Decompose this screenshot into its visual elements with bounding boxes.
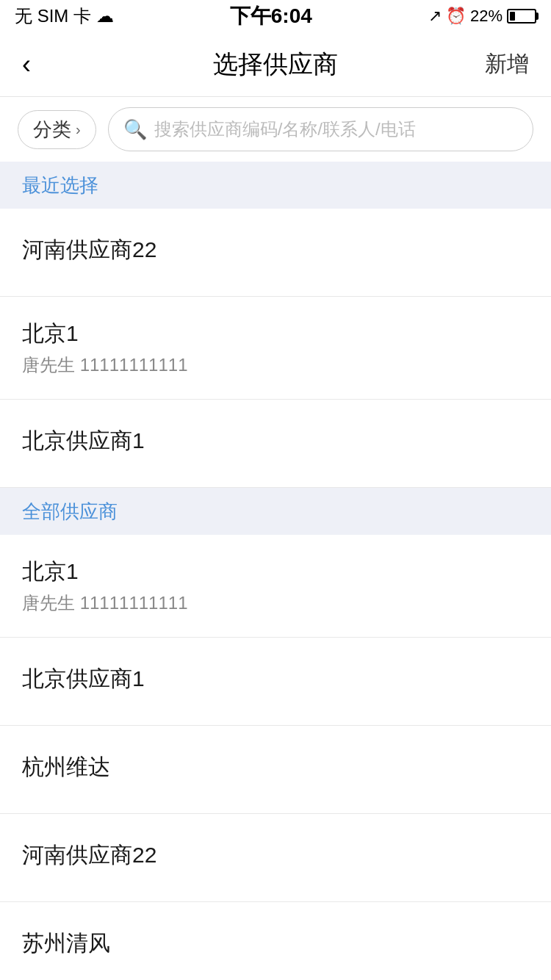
search-placeholder: 搜索供应商编码/名称/联系人/电话 xyxy=(154,118,416,141)
all-item-4[interactable]: 苏州清风 xyxy=(0,902,551,980)
all-item-2-name: 杭州维达 xyxy=(22,752,529,782)
alarm-icon: ⏰ xyxy=(446,7,466,26)
category-button[interactable]: 分类 › xyxy=(18,110,96,149)
page-title: 选择供应商 xyxy=(213,48,338,82)
all-item-0[interactable]: 北京1 唐先生 11111111111 xyxy=(0,535,551,638)
location-icon: ↗ xyxy=(428,7,442,26)
chevron-right-icon: › xyxy=(76,121,81,138)
add-button[interactable]: 新增 xyxy=(485,49,529,79)
battery-percent: 22% xyxy=(470,7,503,26)
filter-bar: 分类 › 🔍 搜索供应商编码/名称/联系人/电话 xyxy=(0,97,551,162)
all-item-1-name: 北京供应商1 xyxy=(22,664,529,694)
all-header-text: 全部供应商 xyxy=(22,499,118,525)
status-right: ↗ ⏰ 22% xyxy=(428,7,536,26)
back-button[interactable]: ‹ xyxy=(22,49,66,80)
all-item-3-name: 河南供应商22 xyxy=(22,840,529,871)
nav-bar: ‹ 选择供应商 新增 xyxy=(0,32,551,97)
recent-header-text: 最近选择 xyxy=(22,173,98,198)
all-section-header: 全部供应商 xyxy=(0,488,551,535)
status-time: 下午6:04 xyxy=(230,2,312,30)
all-item-1[interactable]: 北京供应商1 xyxy=(0,638,551,726)
all-item-3[interactable]: 河南供应商22 xyxy=(0,814,551,902)
sim-signal-text: 无 SIM 卡 ☁ xyxy=(15,4,114,28)
all-item-4-name: 苏州清风 xyxy=(22,929,529,959)
all-item-2[interactable]: 杭州维达 xyxy=(0,726,551,814)
battery-fill xyxy=(510,12,515,21)
recent-item-0[interactable]: 河南供应商22 xyxy=(0,209,551,297)
battery-icon xyxy=(507,9,536,24)
status-left: 无 SIM 卡 ☁ xyxy=(15,4,114,28)
all-item-0-sub: 唐先生 11111111111 xyxy=(22,591,529,615)
category-label: 分类 xyxy=(33,117,71,143)
recent-item-2-name: 北京供应商1 xyxy=(22,426,529,456)
recent-item-1-name: 北京1 xyxy=(22,319,529,349)
recent-item-2[interactable]: 北京供应商1 xyxy=(0,400,551,488)
recent-item-1[interactable]: 北京1 唐先生 11111111111 xyxy=(0,297,551,400)
search-box[interactable]: 🔍 搜索供应商编码/名称/联系人/电话 xyxy=(108,107,533,151)
recent-item-0-name: 河南供应商22 xyxy=(22,235,529,265)
recent-item-1-sub: 唐先生 11111111111 xyxy=(22,353,529,377)
status-bar: 无 SIM 卡 ☁ 下午6:04 ↗ ⏰ 22% xyxy=(0,0,551,32)
search-icon: 🔍 xyxy=(123,118,147,141)
recent-section-header: 最近选择 xyxy=(0,162,551,209)
all-item-0-name: 北京1 xyxy=(22,557,529,587)
